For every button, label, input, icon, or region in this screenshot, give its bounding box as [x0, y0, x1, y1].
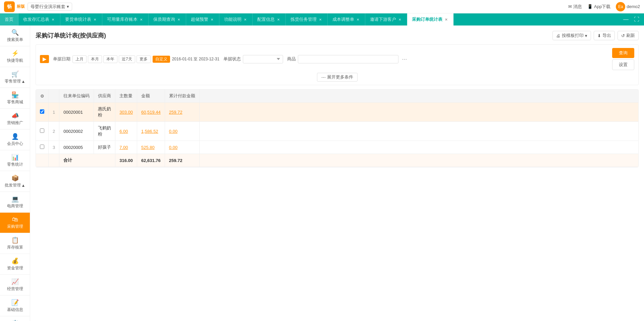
- expand-more-icon: ⋯: [321, 75, 326, 80]
- paid-link-2[interactable]: 0.00: [169, 129, 177, 134]
- tab-config-label: 配置信息: [257, 16, 275, 22]
- user-area[interactable]: Ea demo2: [616, 2, 640, 11]
- row-checkbox-3[interactable]: [40, 145, 44, 149]
- tab-overstock[interactable]: 超储预警 ✕: [186, 13, 219, 25]
- tab-goods-stat-close[interactable]: ✕: [93, 17, 97, 22]
- footer-row: 合计 316.00 62,631.76 259.72: [36, 154, 638, 167]
- sidebar-item-ops[interactable]: 📈 经营管理: [0, 275, 30, 296]
- td-amount-1[interactable]: 60,519.44: [137, 103, 165, 122]
- workspace-selector[interactable]: 母婴行业演示账套 ▾: [28, 3, 72, 11]
- sidebar-item-purchase[interactable]: 🛍 采购管理: [0, 213, 30, 233]
- table-row[interactable]: 2 00020002 飞鹤奶粉 6.00 1,586.52 0.00: [36, 122, 638, 141]
- td-amount-2[interactable]: 1,586.52: [137, 122, 165, 141]
- workspace-arrow-icon: ▾: [67, 4, 69, 9]
- page-actions: 🖨 按模板打印 ▾ ⬇ 导出 ↺ 刷新: [552, 31, 639, 40]
- print-button[interactable]: 🖨 按模板打印 ▾: [552, 31, 591, 40]
- sidebar-wholesale-label: 批发管理: [5, 182, 21, 188]
- export-button[interactable]: ⬇ 导出: [594, 31, 615, 40]
- tab-purchase-stat-close[interactable]: ✕: [444, 17, 448, 22]
- app-download-button[interactable]: 📱 App下载: [587, 4, 610, 10]
- tab-expiry[interactable]: 保质期查询 ✕: [149, 13, 186, 25]
- table-row[interactable]: 3 00020005 好孩子 7.00 525.80 0.00: [36, 141, 638, 154]
- td-check-1[interactable]: [36, 103, 49, 122]
- qty-link-3[interactable]: 7.00: [119, 145, 128, 150]
- message-button[interactable]: ✉ 消息: [568, 4, 582, 10]
- sidebar-item-finance[interactable]: 💰 资金管理: [0, 254, 30, 275]
- sidebar-item-ecom[interactable]: 💻 电商管理: [0, 192, 30, 213]
- tab-goods-stat[interactable]: 要货单统计表 ✕: [60, 13, 102, 25]
- sidebar-item-member[interactable]: 👤 会员中心: [0, 129, 30, 150]
- table-settings-icon[interactable]: ⚙: [40, 94, 44, 99]
- query-button[interactable]: 查询: [612, 48, 634, 58]
- sidebar-retail-stat-label: 零售统计: [7, 162, 23, 167]
- table-row[interactable]: 1 00020001 惠氏奶粉 303.00 60,519.44 259.72: [36, 103, 638, 122]
- amount-link-2[interactable]: 1,586.52: [141, 129, 158, 134]
- status-select[interactable]: [243, 55, 283, 63]
- tab-collect[interactable]: 收发存汇总表 ✕: [18, 13, 60, 25]
- sidebar-item-marketing[interactable]: 📣 营销推广: [0, 109, 30, 129]
- sidebar-finance-label: 资金管理: [7, 265, 23, 271]
- tab-config[interactable]: 配置信息 ✕: [253, 13, 286, 25]
- tab-inventory-book[interactable]: 可用量库存账本 ✕: [102, 13, 149, 25]
- td-qty-2[interactable]: 6.00: [115, 122, 137, 141]
- amount-link-3[interactable]: 525.80: [141, 145, 155, 150]
- tab-overstock-close[interactable]: ✕: [210, 17, 214, 22]
- tab-pick-close[interactable]: ✕: [318, 17, 323, 22]
- tab-inventory-book-close[interactable]: ✕: [139, 17, 144, 22]
- row-checkbox-2[interactable]: [40, 128, 44, 133]
- sidebar-search-label: 搜索英单: [7, 37, 23, 43]
- tab-config-close[interactable]: ✕: [276, 17, 281, 22]
- nav-maximize-icon[interactable]: ⛶: [632, 16, 641, 23]
- td-qty-1[interactable]: 303.00: [115, 103, 137, 122]
- qty-link-2[interactable]: 6.00: [119, 129, 128, 134]
- tab-func[interactable]: 功能说明 ✕: [219, 13, 253, 25]
- tab-expiry-close[interactable]: ✕: [176, 17, 181, 22]
- sidebar-item-search[interactable]: 🔍 搜索英单: [0, 25, 30, 46]
- sidebar-item-system[interactable]: ⚙️ 系统管理: [0, 316, 30, 321]
- expand-more-button[interactable]: ⋯ 展开更多条件: [317, 73, 358, 82]
- sidebar-item-retail-stat[interactable]: 📊 零售统计: [0, 150, 30, 171]
- nav-minimize-icon[interactable]: —: [621, 16, 631, 23]
- date-btn-this-year[interactable]: 本年: [103, 55, 117, 63]
- date-btn-7days[interactable]: 近7天: [119, 55, 135, 63]
- sidebar-item-quick-nav[interactable]: ⚡ 快捷导航: [0, 46, 30, 67]
- settings-button[interactable]: 设置: [612, 59, 634, 70]
- tab-invite[interactable]: 邀请下游客户 ✕: [365, 13, 407, 25]
- tab-cost[interactable]: 成本调整单 ✕: [328, 13, 365, 25]
- td-amount-3[interactable]: 525.80: [137, 141, 165, 154]
- amount-link-1[interactable]: 60,519.44: [141, 110, 161, 115]
- th-settings[interactable]: ⚙: [36, 90, 49, 103]
- td-check-3[interactable]: [36, 141, 49, 154]
- tab-home[interactable]: 首页: [0, 13, 18, 25]
- date-btn-last-month[interactable]: 上月: [72, 55, 87, 63]
- filter-toggle-button[interactable]: ▶: [40, 55, 49, 63]
- date-btn-more[interactable]: 更多: [137, 55, 151, 63]
- goods-input[interactable]: [298, 55, 398, 63]
- td-qty-3[interactable]: 7.00: [115, 141, 137, 154]
- tab-pick[interactable]: 拣货任务管理 ✕: [286, 13, 328, 25]
- paid-link-1[interactable]: 259.72: [169, 110, 182, 115]
- sidebar-ecom-label: 电商管理: [7, 203, 23, 209]
- tab-func-close[interactable]: ✕: [243, 17, 248, 22]
- refresh-button[interactable]: ↺ 刷新: [618, 31, 639, 40]
- goods-more-icon[interactable]: ···: [400, 56, 408, 63]
- sidebar-item-retail-mall[interactable]: 🏪 零售商城: [0, 88, 30, 109]
- date-custom-button[interactable]: 自定义: [153, 56, 170, 63]
- tab-collect-close[interactable]: ✕: [51, 17, 55, 22]
- qty-link-1[interactable]: 303.00: [119, 110, 133, 115]
- page-container: 采购订单统计表(按供应商) 🖨 按模板打印 ▾ ⬇ 导出 ↺ 刷新: [30, 25, 644, 321]
- date-btn-this-month[interactable]: 本月: [88, 55, 102, 63]
- tab-purchase-stat[interactable]: 采购订单统计表 ✕: [407, 13, 453, 25]
- td-check-2[interactable]: [36, 122, 49, 141]
- sidebar-item-basic[interactable]: 📝 基础信息: [0, 296, 30, 316]
- tab-cost-close[interactable]: ✕: [356, 17, 360, 22]
- sidebar-item-wholesale[interactable]: 📦 批发管理 ▲: [0, 171, 30, 192]
- sidebar-item-retail[interactable]: 🛒 零售管理 ▲: [0, 67, 30, 88]
- tab-invite-close[interactable]: ✕: [397, 17, 402, 22]
- td-paid-2[interactable]: 0.00: [165, 122, 199, 141]
- paid-link-3[interactable]: 0.00: [169, 145, 177, 150]
- row-checkbox-1[interactable]: [40, 109, 44, 114]
- td-paid-3[interactable]: 0.00: [165, 141, 199, 154]
- td-paid-1[interactable]: 259.72: [165, 103, 199, 122]
- sidebar-item-inventory[interactable]: 📋 库存核算: [0, 233, 30, 254]
